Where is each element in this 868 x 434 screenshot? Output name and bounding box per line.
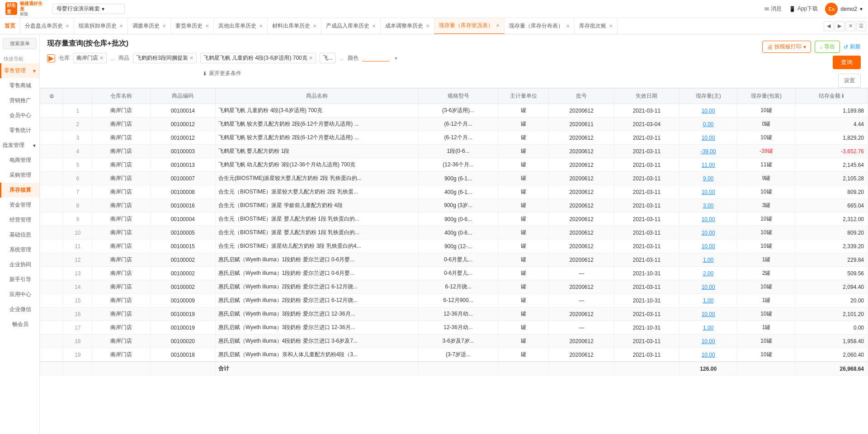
warehouse-filter-tag[interactable]: 南岸门店 ✕ (73, 53, 107, 63)
cell-qty-main[interactable]: 9.00 (679, 172, 737, 185)
tab-close-icon[interactable]: ✕ (566, 24, 570, 28)
tab-材料出库单历史[interactable]: 材料出库单历史 ✕ (268, 18, 321, 34)
cell-batch: 20200612 (549, 145, 614, 158)
tab-close-current[interactable]: ✕ (845, 21, 855, 31)
user-menu[interactable]: Ea demo2 ▾ (825, 3, 863, 15)
sidebar-item-ecommerce[interactable]: 电商管理 (0, 153, 39, 168)
expand-more-conditions[interactable]: ⬇ 展开更多条件 (203, 70, 241, 77)
goods-filter-tag-more[interactable]: 飞... (320, 53, 336, 63)
cell-qty-main[interactable]: 10.00 (679, 226, 737, 240)
tab-现存量库存分布表[interactable]: 现存量（库存分布表） ✕ (505, 18, 575, 34)
expand-filter-button[interactable]: ▶ (47, 54, 55, 62)
sidebar-item-enterprise-wechat[interactable]: 企业微信 (0, 302, 39, 317)
settings-button[interactable]: 设置 (838, 74, 861, 88)
sidebar-item-inventory[interactable]: 库存核算 (0, 183, 39, 198)
cell-warehouse: 南岸门店 (92, 321, 150, 335)
cell-qty-main[interactable]: 1.00 (679, 294, 737, 307)
tab-scroll-right[interactable]: ▶ (835, 21, 844, 31)
sidebar-item-member-center[interactable]: 会员中心 (0, 108, 39, 123)
cell-qty-main[interactable]: 0.00 (679, 118, 737, 131)
cell-qty-main[interactable]: 10.00 (679, 348, 737, 362)
tab-分盘盘点单历史[interactable]: 分盘盘点单历史 ✕ (20, 18, 74, 34)
col-settings[interactable]: ⚙ (40, 89, 63, 104)
sidebar-item-finance[interactable]: 资金管理 (0, 198, 39, 212)
cell-qty-main[interactable]: 3.00 (679, 199, 737, 212)
cell-qty-main[interactable]: 10.00 (679, 212, 737, 226)
tab-close-icon[interactable]: ✕ (496, 23, 500, 28)
cell-qty-main[interactable]: 10.00 (679, 185, 737, 199)
tab-close-icon[interactable]: ✕ (205, 24, 209, 28)
color-dropdown-arrow[interactable]: ▾ (395, 55, 397, 61)
sidebar-item-retail-stats[interactable]: 零售统计 (0, 123, 39, 138)
total-empty-5 (418, 362, 498, 376)
message-button[interactable]: ✉ 消息 (764, 5, 782, 13)
tab-close-icon[interactable]: ✕ (609, 24, 613, 28)
refresh-button[interactable]: ↺ 刷新 (844, 43, 861, 51)
tab-现存量库存状况表[interactable]: 现存量（库存状况表） ✕ (434, 18, 505, 34)
cell-qty-main[interactable]: 10.00 (679, 335, 737, 348)
query-button[interactable]: 查询 (833, 56, 861, 69)
tab-其他出库单历史[interactable]: 其他出库单历史 ✕ (214, 18, 268, 34)
cell-qty-main[interactable]: 10.00 (679, 307, 737, 321)
export-button[interactable]: ↓ 导出 (815, 41, 840, 53)
sidebar-item-wholesale[interactable]: 批发管理 ▾ (0, 138, 39, 153)
print-button[interactable]: 🖨 按模板打印 ▾ (762, 41, 811, 53)
tab-home[interactable]: 首页 (0, 18, 20, 34)
tab-库存批次账[interactable]: 库存批次账 ✕ (575, 18, 618, 34)
tab-close-icon[interactable]: ✕ (259, 24, 263, 28)
cell-balance: 1,829.20 (795, 131, 868, 145)
cell-qty-pack: 3罐 (737, 199, 795, 212)
sidebar-item-retail-mall[interactable]: 零售商城 (0, 78, 39, 93)
sidebar-item-purchase[interactable]: 采购管理 (0, 168, 39, 183)
cell-rownum: 6 (63, 172, 92, 185)
sidebar-item-system[interactable]: 系统管理 (0, 242, 39, 257)
sidebar-item-retail-management[interactable]: 零售管理 ▾ (0, 63, 39, 78)
color-filter-input[interactable] (362, 55, 389, 61)
cell-qty-main[interactable]: -39.00 (679, 145, 737, 158)
tab-close-icon[interactable]: ✕ (66, 24, 69, 28)
cell-spec: 0-6月婴儿... (418, 253, 498, 267)
warehouse-more[interactable]: ... (110, 55, 115, 61)
cell-qty-main[interactable]: 10.00 (679, 104, 737, 118)
sidebar-item-member[interactable]: 畅会员 (0, 317, 39, 332)
tab-产成品入库单历史[interactable]: 产成品入库单历史 ✕ (321, 18, 381, 34)
sidebar-item-new-guide[interactable]: 新手引导 (0, 272, 39, 287)
tab-调拨单历史[interactable]: 调拨单历史 ✕ (128, 18, 171, 34)
warehouse-tag-close[interactable]: ✕ (99, 55, 104, 61)
goods-filter-tag-1[interactable]: 飞鹤奶粉3段同捆提装 ✕ (133, 53, 197, 63)
sidebar-item-app-center[interactable]: 应用中心 (0, 287, 39, 302)
tab-close-icon[interactable]: ✕ (119, 24, 123, 28)
tab-close-icon[interactable]: ✕ (313, 24, 316, 28)
search-menu-button[interactable]: 搜索菜单 (3, 38, 37, 49)
cell-qty-main[interactable]: 10.00 (679, 240, 737, 253)
sidebar-item-basic-info[interactable]: 基础信息 (0, 227, 39, 242)
app-download-button[interactable]: 📱 App下载 (789, 5, 818, 13)
cell-rownum: 1 (63, 104, 92, 118)
cell-qty-main[interactable]: 11.00 (679, 158, 737, 172)
cell-qty-main[interactable]: 10.00 (679, 131, 737, 145)
industry-selector[interactable]: 母婴行业演示账套 ▾ (52, 4, 125, 14)
goods-more[interactable]: ... (340, 55, 344, 61)
tab-scroll-left[interactable]: ◀ (824, 21, 834, 31)
cell-qty-main[interactable]: 1.00 (679, 321, 737, 335)
sidebar-item-marketing[interactable]: 营销推广 (0, 93, 39, 108)
goods-tag-1-close[interactable]: ✕ (189, 55, 193, 61)
col-balance: 结存金额 ℹ (795, 89, 868, 104)
tab-menu[interactable]: ☰ (856, 21, 866, 31)
tab-要货单历史[interactable]: 要货单历史 ✕ (171, 18, 214, 34)
goods-tag-2-close[interactable]: ✕ (309, 55, 313, 61)
tab-close-icon[interactable]: ✕ (426, 24, 429, 28)
tab-close-icon[interactable]: ✕ (162, 24, 166, 28)
goods-filter-tag-2[interactable]: 飞鹤星飞帆 儿童奶粉 4段(3-6岁适用) 700克 ✕ (200, 53, 316, 63)
cell-qty-main[interactable]: 10.00 (679, 280, 737, 294)
sidebar-item-company-coop[interactable]: 企业协同 (0, 257, 39, 272)
sidebar-item-operations[interactable]: 经营管理 (0, 212, 39, 227)
cell-qty-main[interactable]: 2.00 (679, 267, 737, 280)
tab-close-icon[interactable]: ✕ (372, 24, 376, 28)
cell-rownum: 16 (63, 307, 92, 321)
cell-balance: 1,189.88 (795, 104, 868, 118)
tab-成本调整单历史[interactable]: 成本调整单历史 ✕ (381, 18, 434, 34)
cell-qty-main[interactable]: 1.00 (679, 253, 737, 267)
col-rownum (63, 89, 92, 104)
tab-组装拆卸单历史[interactable]: 组装拆卸单历史 ✕ (74, 18, 128, 34)
